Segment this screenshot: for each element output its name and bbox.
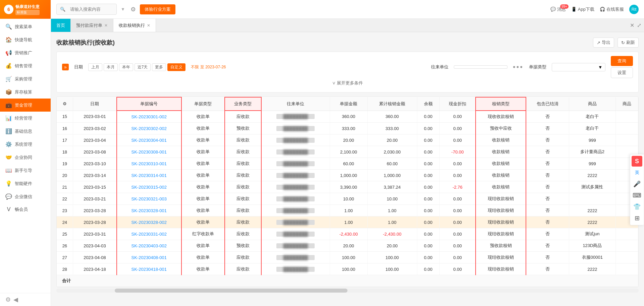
col-cash-discount[interactable]: 现金折扣 (439, 97, 476, 111)
sidebar-item-basic[interactable]: ℹ️ 基础信息 (0, 125, 51, 138)
sidebar-item-marketing[interactable]: 📢 营销推广 (0, 46, 51, 59)
col-balance[interactable]: 余额 (417, 97, 439, 111)
user-avatar[interactable]: Rit (629, 5, 639, 14)
bill-no-link[interactable]: SK-20230331-002 (131, 232, 167, 237)
sidebar-item-member[interactable]: V 畅会员 (0, 203, 51, 216)
bill-no-link[interactable]: SK-20230328-001 (131, 208, 167, 213)
bill-no-link[interactable]: SK-20230321-003 (131, 196, 167, 201)
col-product2[interactable]: 商品 (615, 97, 638, 111)
tab-payable-close[interactable]: ✕ (104, 23, 108, 28)
sidebar-item-wechat[interactable]: 💬 企业微信 (0, 190, 51, 203)
table-scrollbar[interactable] (56, 289, 639, 293)
row-write-off-type: 收款核销 (476, 134, 526, 146)
row-write-off-type: 现收收款核销 (476, 111, 526, 123)
col-date[interactable]: 日期 (73, 97, 117, 111)
app-download-button[interactable]: 📱 App下载 (571, 6, 594, 12)
bill-no-link[interactable]: SK-20230418-001 (131, 267, 167, 272)
expand-tabs-icon[interactable]: ⤢ (637, 22, 641, 28)
sidebar-item-hardware[interactable]: 💡 智能硬件 (0, 177, 51, 190)
float-keyboard-icon[interactable]: ⌨ (632, 190, 642, 201)
sidebar-item-guide[interactable]: 📖 新手引导 (0, 164, 51, 177)
home-label: 首页 (56, 22, 65, 28)
enterprise-icon: 🤝 (5, 154, 12, 161)
sidebar-item-system[interactable]: ⚙️ 系统管理 (0, 138, 51, 151)
topbar-dropdown[interactable]: ▼ (121, 7, 125, 12)
close-all-icon[interactable]: ✕ (630, 22, 634, 28)
row-bill-type: 收款单 (181, 181, 225, 193)
last-month-btn[interactable]: 上月 (88, 63, 102, 71)
sidebar-item-inventory[interactable]: 📦 库存核算 (0, 85, 51, 99)
col-biz-type[interactable]: 业务类型 (225, 97, 261, 111)
settings-bottom-icon[interactable]: ⚙ (5, 296, 11, 303)
last7-btn[interactable]: 近7天 (135, 63, 151, 71)
table-row: 19 2023-03-10 SK-20230310-001 收款单 应收款 ██… (57, 158, 638, 170)
bill-no-link[interactable]: SK-20230310-001 (131, 161, 167, 166)
row-product2 (615, 228, 638, 240)
row-num: 16 (57, 123, 73, 134)
collapse-icon[interactable]: ◀ (13, 296, 18, 303)
col-settings[interactable]: ⚙ (57, 97, 73, 111)
custom-btn[interactable]: 自定义 (167, 63, 185, 71)
filter-action-buttons: 查询 设置 (611, 56, 633, 78)
filter-toggle-icon[interactable]: » (62, 64, 69, 70)
col-cumulative[interactable]: 累计核销金额 (367, 97, 417, 111)
bill-type-dropdown[interactable]: ▼ (552, 63, 605, 71)
s-icon[interactable]: S (632, 156, 642, 167)
sidebar-item-quick-nav[interactable]: 🏠 快捷导航 (0, 33, 51, 46)
col-product[interactable]: 商品 (569, 97, 615, 111)
topbar-gear-icon[interactable]: ⚙ (130, 6, 136, 13)
sidebar-item-operations[interactable]: 📊 经营管理 (0, 112, 51, 125)
this-year-btn[interactable]: 本年 (119, 63, 133, 71)
bill-no-link[interactable]: SK-20230315-002 (131, 185, 167, 190)
bill-no-link[interactable]: SK-20230403-002 (131, 243, 167, 248)
export-button[interactable]: ↗ 导出 (593, 38, 614, 48)
float-english-icon[interactable]: 英 (632, 167, 642, 178)
online-service-button[interactable]: 🎧 在线客服 (600, 6, 624, 12)
tab-payable[interactable]: 预付款应付单 ✕ (71, 19, 113, 32)
expand-label: 展开更多条件 (337, 80, 363, 85)
table-row: 21 2023-03-15 SK-20230315-002 收款单 应收款 ██… (57, 181, 638, 193)
tab-home[interactable]: 首页 (51, 19, 71, 32)
bill-no-link[interactable]: SK-20230408-001 (131, 255, 167, 260)
float-shirt-icon[interactable]: 👕 (632, 201, 642, 212)
more-btn[interactable]: 更多 (152, 63, 166, 71)
row-product2 (615, 263, 638, 275)
solution-button[interactable]: 体验行业方案 (140, 4, 175, 14)
table-row: 17 2023-03-04 SK-20230304-001 收款单 应收款 ██… (57, 134, 638, 146)
expand-bar[interactable]: ∨ 展开更多条件 (62, 78, 633, 88)
tab-collect-close[interactable]: ✕ (147, 23, 150, 28)
col-bill-type[interactable]: 单据类型 (181, 97, 225, 111)
bill-no-link[interactable]: SK-20230304-001 (131, 138, 167, 143)
bill-no-link[interactable]: SK-20230328-002 (131, 220, 167, 225)
col-bill-amount[interactable]: 单据金额 (330, 97, 367, 111)
sidebar-item-purchase[interactable]: 🛒 采购管理 (0, 72, 51, 85)
sidebar-item-search[interactable]: 🔍 搜索菜单 (0, 20, 51, 33)
filter-settings-button[interactable]: 设置 (611, 67, 633, 78)
query-button[interactable]: 查询 (611, 56, 633, 66)
bill-no-link[interactable]: SK-20230308-001 (131, 149, 167, 155)
sidebar-item-enterprise[interactable]: 🤝 企业协同 (0, 151, 51, 164)
bill-no-link[interactable]: SK-20230314-001 (131, 173, 167, 178)
row-write-off-type: 预收中应收 (476, 123, 526, 134)
member-icon: V (5, 206, 12, 212)
this-month-btn[interactable]: 本月 (104, 63, 118, 71)
search-input[interactable] (67, 5, 127, 13)
table-body: 15 2023-03-01 SK-20230301-002 收款单 应收款 ██… (57, 111, 638, 275)
col-include-settled[interactable]: 包含已结清 (526, 97, 569, 111)
tab-collect-write-off[interactable]: 收款核销执行 ✕ (113, 19, 156, 32)
col-partner[interactable]: 往来单位 (261, 97, 330, 111)
sidebar-item-finance[interactable]: 💼 资金管理 (0, 99, 51, 112)
message-button[interactable]: 💬 消息 99+ (550, 6, 566, 12)
row-cumulative: 100.00 (367, 263, 417, 275)
partner-input[interactable] (454, 65, 507, 69)
row-bill-no: SK-20230308-001 (117, 146, 181, 158)
col-write-off-type[interactable]: 核销类型 (476, 97, 526, 111)
bill-no-link[interactable]: SK-20230301-002 (131, 114, 167, 119)
refresh-button[interactable]: ↻ 刷新 (618, 38, 639, 48)
table-row: 28 2023-04-18 SK-20230418-001 收款单 应收款 ██… (57, 263, 638, 275)
col-bill-no[interactable]: 单据编号 (117, 97, 181, 111)
float-grid-icon[interactable]: ⊞ (632, 213, 642, 224)
bill-no-link[interactable]: SK-20230302-002 (131, 126, 167, 131)
sidebar-item-sales[interactable]: 💰 销售管理 (0, 59, 51, 72)
float-mic-icon[interactable]: 🎤 (632, 179, 642, 189)
